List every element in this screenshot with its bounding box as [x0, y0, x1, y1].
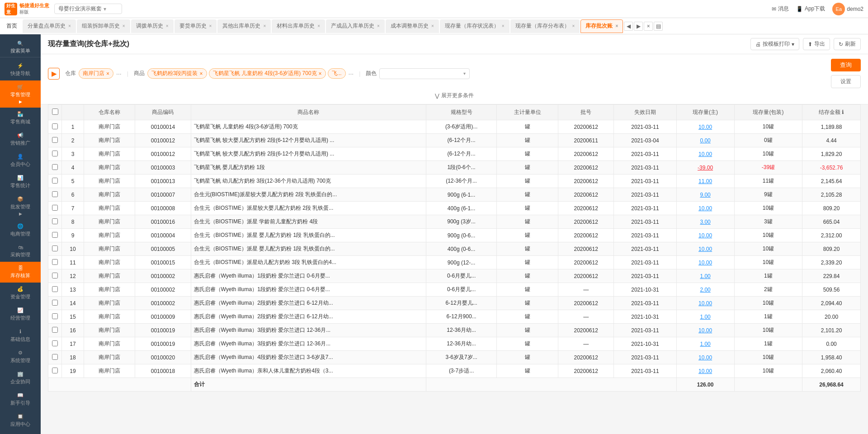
row-checkbox[interactable]: [52, 123, 58, 129]
sidebar-item-basic[interactable]: ℹ 基础信息: [0, 325, 41, 346]
row-checkbox[interactable]: [52, 137, 58, 143]
td-stock-main[interactable]: 10.00: [676, 364, 734, 378]
sidebar-item-retail-mall[interactable]: 🏪 零售商城: [0, 108, 41, 129]
tab-current-stock-status[interactable]: 现存量（库存状况表） ×: [440, 19, 509, 33]
tab-split-history[interactable]: 分量盘点单历史 ×: [23, 19, 76, 33]
close-icon[interactable]: ×: [502, 24, 505, 28]
td-stock-main[interactable]: 3.00: [676, 215, 734, 229]
row-checkbox[interactable]: [52, 178, 58, 184]
query-button[interactable]: 查询: [831, 59, 861, 71]
sidebar-item-retail[interactable]: 🛒 零售管理 ▶: [0, 80, 41, 108]
tab-unpack-history[interactable]: 组装拆卸单历史 ×: [77, 19, 130, 33]
tab-current-stock-dist[interactable]: 现存量（库存分布表） ×: [510, 19, 580, 33]
sidebar-item-member[interactable]: 👤 会员中心: [0, 150, 41, 171]
close-icon[interactable]: ×: [200, 71, 203, 77]
td-stock-main[interactable]: 2.00: [676, 283, 734, 297]
sidebar-search[interactable]: 🔍 搜索英单: [0, 38, 41, 57]
close-icon[interactable]: ×: [166, 24, 169, 28]
td-stock-main[interactable]: 0.00: [676, 134, 734, 147]
refresh-btn[interactable]: ↻ 刷新: [834, 38, 861, 50]
print-btn[interactable]: 🖨 按模板打印 ▾: [750, 38, 799, 50]
close-icon[interactable]: ×: [572, 24, 575, 28]
product-filter-more-btn[interactable]: ···: [349, 70, 354, 77]
row-checkbox[interactable]: [52, 232, 58, 238]
close-icon[interactable]: ×: [319, 71, 322, 77]
close-icon[interactable]: ×: [431, 24, 434, 28]
td-stock-main[interactable]: 10.00: [676, 202, 734, 215]
close-icon[interactable]: ×: [615, 24, 618, 28]
td-stock-main[interactable]: -39.00: [676, 161, 734, 175]
sidebar-item-wholesale[interactable]: 📦 批发管理 ▶: [0, 193, 41, 220]
td-stock-main[interactable]: 10.00: [676, 242, 734, 256]
sidebar-item-guide[interactable]: 📖 新手引导: [0, 389, 41, 410]
close-icon[interactable]: ×: [68, 24, 71, 28]
setting-button[interactable]: 设置: [831, 75, 861, 88]
row-checkbox[interactable]: [52, 340, 58, 346]
tab-prev-btn[interactable]: ◀: [624, 22, 633, 31]
row-checkbox[interactable]: [52, 354, 58, 360]
sidebar-item-enterprise[interactable]: 🏢 企业协同: [0, 368, 41, 389]
row-checkbox[interactable]: [52, 218, 58, 224]
message-btn[interactable]: ✉ 消息: [772, 5, 789, 13]
row-checkbox[interactable]: [52, 205, 58, 211]
sidebar-item-marketing[interactable]: 📢 营销推广: [0, 129, 41, 150]
tab-require-history[interactable]: 要货单历史 ×: [175, 19, 217, 33]
sidebar-item-wechat[interactable]: 💬 企业微信: [0, 431, 41, 434]
close-icon[interactable]: ×: [377, 24, 380, 28]
tab-menu-btn[interactable]: ▤: [654, 22, 663, 31]
sidebar-item-system[interactable]: ⚙ 系统管理: [0, 346, 41, 368]
td-stock-main[interactable]: 1.00: [676, 310, 734, 324]
sidebar-item-purchase[interactable]: 🛍 采购管理: [0, 241, 41, 262]
tab-close-all-btn[interactable]: ×: [644, 22, 653, 31]
close-icon[interactable]: ×: [317, 24, 320, 28]
td-stock-main[interactable]: 11.00: [676, 175, 734, 188]
tab-cost-adjust-history[interactable]: 成本调整单历史 ×: [386, 19, 439, 33]
tab-mix-history[interactable]: 调拨单历史 ×: [131, 19, 174, 33]
row-checkbox[interactable]: [52, 164, 58, 170]
close-icon[interactable]: ×: [106, 71, 109, 77]
tab-other-out-history[interactable]: 其他出库单历史 ×: [217, 19, 271, 33]
row-checkbox[interactable]: [52, 368, 58, 373]
export-btn[interactable]: ⬆ 导出: [803, 38, 830, 50]
td-stock-main[interactable]: 10.00: [676, 256, 734, 269]
sidebar-item-inventory[interactable]: 🗄 库存核算: [0, 262, 41, 283]
sidebar-item-retail-stats[interactable]: 📊 零售统计: [0, 171, 41, 193]
expand-more-btn[interactable]: ⋁ 展开更多条件: [48, 92, 861, 99]
row-checkbox[interactable]: [52, 273, 58, 278]
row-checkbox[interactable]: [52, 259, 58, 265]
filter-more-btn[interactable]: ···: [116, 70, 122, 77]
td-stock-main[interactable]: 10.00: [676, 297, 734, 310]
user-info[interactable]: Ea demo2: [832, 3, 863, 15]
filter-expand-btn[interactable]: ▶: [48, 68, 60, 80]
td-stock-main[interactable]: 10.00: [676, 147, 734, 161]
row-checkbox[interactable]: [52, 245, 58, 251]
row-checkbox[interactable]: [52, 191, 58, 197]
td-stock-main[interactable]: 9.00: [676, 188, 734, 202]
row-checkbox[interactable]: [52, 313, 58, 319]
td-stock-main[interactable]: 1.00: [676, 269, 734, 283]
workspace-selector[interactable]: 母婴行业演示账套 ▾: [54, 4, 122, 14]
td-stock-main[interactable]: 10.00: [676, 229, 734, 242]
sidebar-item-quick-nav[interactable]: ⚡ 快捷导航: [0, 59, 41, 80]
color-input[interactable]: ▾: [379, 68, 470, 79]
row-checkbox[interactable]: [52, 300, 58, 306]
tab-batch-account[interactable]: 库存批次账 ×: [580, 19, 623, 33]
select-all-checkbox[interactable]: [52, 108, 58, 115]
close-icon[interactable]: ×: [263, 24, 266, 28]
tab-next-btn[interactable]: ▶: [634, 22, 643, 31]
row-checkbox[interactable]: [52, 286, 58, 292]
td-stock-main[interactable]: 1.00: [676, 337, 734, 351]
tab-material-out-history[interactable]: 材料出库单历史 ×: [272, 19, 325, 33]
sidebar-item-finance[interactable]: 💰 资金管理: [0, 283, 41, 304]
row-checkbox[interactable]: [52, 327, 58, 333]
row-checkbox[interactable]: [52, 151, 58, 156]
close-icon[interactable]: ×: [123, 24, 125, 28]
app-download-btn[interactable]: 📱 App下载: [796, 5, 825, 13]
tab-home[interactable]: 首页: [2, 19, 22, 33]
tab-product-in-history[interactable]: 产成品入库单历史 ×: [326, 19, 385, 33]
td-stock-main[interactable]: 10.00: [676, 351, 734, 364]
close-icon[interactable]: ×: [209, 24, 212, 28]
sidebar-item-ecommerce[interactable]: 🌐 电商管理: [0, 220, 41, 241]
sidebar-item-operations[interactable]: 📈 经营管理: [0, 304, 41, 325]
sidebar-item-apps[interactable]: 🔲 应用中心: [0, 410, 41, 431]
